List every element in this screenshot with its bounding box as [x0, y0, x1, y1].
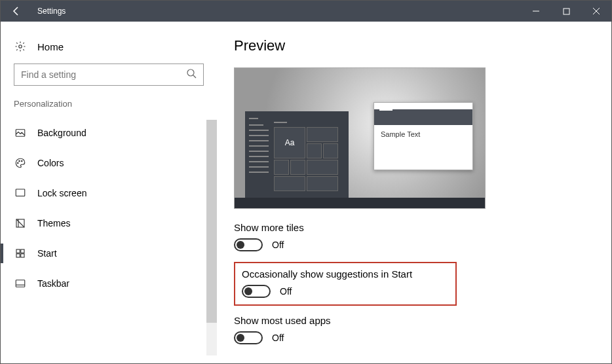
titlebar: Settings [1, 1, 611, 22]
search-icon [186, 68, 197, 81]
toggle-suggestions[interactable] [242, 285, 271, 298]
svg-point-2 [187, 69, 194, 76]
palette-icon [14, 156, 27, 170]
toggle-state: Off [272, 333, 284, 343]
svg-rect-12 [21, 254, 24, 257]
sidebar-item-taskbar[interactable]: Taskbar [1, 268, 217, 299]
setting-label: Occasionally show suggestions in Start [242, 268, 449, 280]
svg-rect-13 [16, 280, 25, 287]
sidebar-item-background[interactable]: Background [1, 118, 217, 148]
setting-show-more-tiles: Show more tiles Off [234, 222, 592, 251]
start-preview: Aa Sample Text [234, 67, 486, 209]
start-icon [14, 247, 27, 260]
sidebar-item-label: Background [37, 128, 86, 138]
svg-rect-11 [16, 254, 20, 257]
close-button[interactable] [581, 1, 611, 22]
svg-point-4 [18, 162, 19, 164]
sidebar-item-label: Colors [37, 158, 64, 168]
section-label: Personalization [1, 99, 217, 118]
sidebar-item-label: Lock screen [37, 188, 86, 198]
svg-point-5 [19, 160, 20, 162]
toggle-most-used[interactable] [234, 331, 263, 344]
picture-icon [14, 126, 27, 139]
window-title: Settings [32, 7, 66, 16]
themes-icon [14, 217, 27, 230]
search-input[interactable] [21, 69, 186, 80]
preview-start-menu: Aa [245, 111, 349, 198]
sidebar: Home Personalization Background Colors L… [1, 22, 217, 363]
gear-icon [14, 40, 27, 53]
sidebar-item-label: Start [37, 248, 57, 259]
svg-point-1 [19, 45, 22, 48]
svg-rect-9 [16, 249, 20, 253]
setting-label: Show more tiles [234, 222, 592, 233]
lockscreen-icon [14, 187, 27, 200]
home-button[interactable]: Home [1, 35, 217, 64]
preview-window-text: Sample Text [374, 125, 472, 143]
scrollbar-thumb[interactable] [206, 120, 217, 323]
toggle-state: Off [272, 240, 284, 250]
sidebar-item-label: Taskbar [37, 278, 69, 289]
toggle-state: Off [280, 286, 292, 297]
main-panel: Preview Aa [217, 22, 611, 363]
preview-window: Sample Text [373, 102, 473, 170]
setting-suggestions-highlight: Occasionally show suggestions in Start O… [234, 262, 457, 306]
sidebar-item-colors[interactable]: Colors [1, 148, 217, 178]
search-box[interactable] [14, 64, 204, 86]
home-label: Home [37, 41, 64, 52]
scrollbar[interactable] [206, 120, 217, 355]
page-title: Preview [234, 37, 592, 54]
setting-most-used-apps: Show most used apps Off [234, 315, 592, 344]
sidebar-item-themes[interactable]: Themes [1, 208, 217, 238]
sidebar-item-label: Themes [37, 218, 71, 228]
svg-rect-10 [21, 249, 24, 253]
sidebar-item-start[interactable]: Start [1, 238, 217, 268]
setting-label: Show most used apps [234, 315, 592, 326]
svg-point-6 [22, 160, 23, 162]
taskbar-icon [14, 277, 27, 290]
back-button[interactable] [1, 1, 32, 22]
preview-tile-aa: Aa [274, 127, 305, 158]
svg-rect-7 [16, 189, 25, 196]
minimize-button[interactable] [521, 1, 551, 22]
svg-rect-0 [564, 9, 569, 14]
sidebar-item-lockscreen[interactable]: Lock screen [1, 178, 217, 208]
maximize-button[interactable] [551, 1, 581, 22]
toggle-show-more-tiles[interactable] [234, 238, 263, 251]
